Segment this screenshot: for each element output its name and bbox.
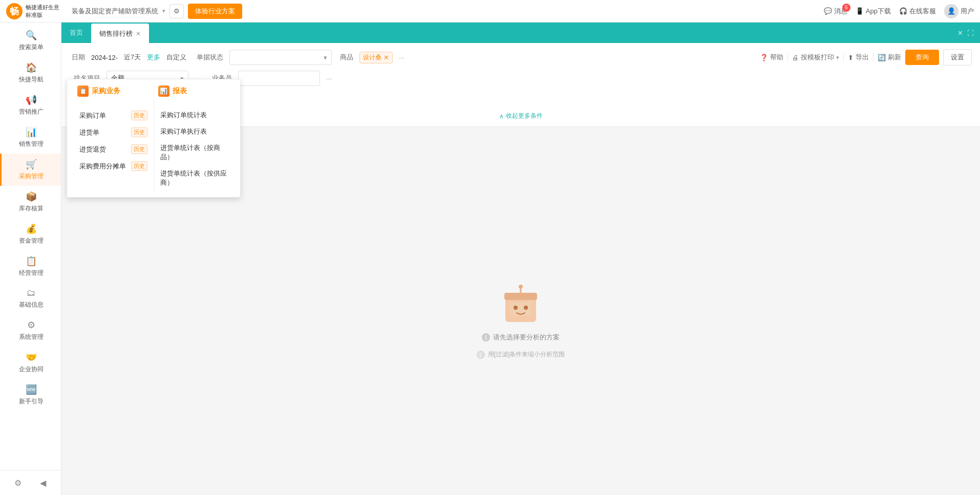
export-icon: ⬆ bbox=[848, 54, 854, 61]
menu-item-order-stat[interactable]: 采购订单统计表 bbox=[158, 107, 230, 123]
tab-home-label: 首页 bbox=[70, 28, 83, 37]
purchase-order-history: 历史 bbox=[131, 111, 147, 120]
app-label: App下载 bbox=[866, 7, 891, 16]
service-button[interactable]: 🎧 在线客服 bbox=[899, 7, 936, 16]
sidebar-label-inventory: 库存核算 bbox=[19, 204, 44, 213]
menu-item-receive[interactable]: 进货单 历史 bbox=[77, 124, 150, 141]
message-icon: 💬 bbox=[824, 7, 832, 15]
sidebar-label-enterprise: 企业协同 bbox=[19, 365, 44, 374]
user-button[interactable]: 👤 用户 bbox=[944, 4, 974, 18]
menu-item-expense[interactable]: 采购费用分摊单 历史 bbox=[77, 158, 150, 175]
report-col-icon: 📊 bbox=[158, 85, 169, 97]
tab-bar: 首页 销售排行榜 ✕ ✕ ⛶ bbox=[61, 23, 980, 43]
export-label: 导出 bbox=[856, 53, 869, 62]
toolbar-divider-2 bbox=[843, 53, 844, 62]
sidebar-item-operation[interactable]: 📋 经营管理 bbox=[0, 250, 61, 283]
print-dropdown-icon: ▾ bbox=[836, 54, 839, 61]
handshake-icon: 🤝 bbox=[26, 352, 37, 363]
goods-more-dots[interactable]: ··· bbox=[399, 54, 404, 61]
doc-status-select[interactable]: ▾ bbox=[229, 50, 332, 65]
sidebar-label-purchase: 采购管理 bbox=[19, 172, 44, 181]
sidebar-item-basic[interactable]: 🗂 基础信息 bbox=[0, 283, 61, 314]
system-title: 装备及固定资产辅助管理系统 bbox=[72, 7, 158, 16]
goods-label: 商品 bbox=[338, 53, 353, 62]
menu-item-receive-stat-goods[interactable]: 进货单统计表（按商品） bbox=[158, 140, 230, 165]
sidebar-label-basic: 基础信息 bbox=[19, 300, 44, 309]
date-more-link[interactable]: 更多 bbox=[147, 53, 160, 62]
receive-history: 历史 bbox=[131, 127, 147, 137]
sidebar-collapse-btn[interactable]: ◀ bbox=[36, 476, 50, 490]
menu-item-return[interactable]: 进货退货 历史 bbox=[77, 141, 150, 158]
sidebar-label-sales: 销售管理 bbox=[19, 140, 44, 148]
sidebar-item-enterprise[interactable]: 🤝 企业协同 bbox=[0, 347, 61, 379]
sidebar-label-finance: 资金管理 bbox=[19, 236, 44, 245]
message-button[interactable]: 💬 消息 6 bbox=[824, 7, 847, 16]
folder-icon: 🗂 bbox=[27, 288, 36, 298]
sidebar-settings-btn[interactable]: ⚙ bbox=[11, 476, 25, 490]
top-bar: 畅 畅捷通好生意标准版 装备及固定资产辅助管理系统 ▾ ⚙ 体验行业方案 💬 消… bbox=[0, 0, 980, 23]
sidebar-item-sales[interactable]: 📊 销售管理 bbox=[0, 121, 61, 154]
tab-home[interactable]: 首页 bbox=[61, 23, 91, 43]
salesperson-input[interactable] bbox=[238, 71, 320, 86]
sidebar-item-system[interactable]: ⚙ 系统管理 bbox=[0, 314, 61, 347]
sidebar-item-inventory[interactable]: 📦 库存核算 bbox=[0, 186, 61, 218]
system-title-area: 装备及固定资产辅助管理系统 ▾ ⚙ 体验行业方案 bbox=[68, 4, 824, 19]
empty-icon-wrapper bbox=[500, 284, 541, 325]
settings-button[interactable]: 设置 bbox=[943, 49, 972, 66]
top-toolbar: 日期 2024-12- 近7天 更多 自定义 单据状态 ▾ 商品 设计桑 bbox=[70, 49, 972, 71]
tab-close-icon[interactable]: ✕ bbox=[136, 30, 141, 37]
query-button[interactable]: 查询 bbox=[905, 50, 939, 65]
box-icon: 📦 bbox=[26, 191, 37, 202]
receive-label: 进货单 bbox=[79, 128, 127, 137]
empty-hint-1: 1 请先选择要分析的方案 bbox=[482, 333, 560, 342]
tab-sales-rank[interactable]: 销售排行榜 ✕ bbox=[91, 24, 149, 44]
order-exec-label: 采购订单执行表 bbox=[160, 127, 228, 136]
date-filter-label: 日期 bbox=[70, 53, 85, 62]
search-icon: 🔍 bbox=[26, 30, 37, 41]
doc-status-dropdown-icon: ▾ bbox=[324, 54, 327, 61]
sidebar-label-marketing: 营销推广 bbox=[19, 107, 44, 116]
megaphone-icon: 📢 bbox=[26, 94, 37, 105]
collapse-button[interactable]: ∧ 收起更多条件 bbox=[499, 112, 543, 120]
print-icon: 🖨 bbox=[792, 54, 799, 61]
dropdown-menu[interactable]: 📋 采购业务 采购订单 历史 进货单 历史 进货退货 历史 采购费用分摊单 历史 bbox=[67, 79, 241, 198]
refresh-icon: 🔄 bbox=[878, 54, 886, 61]
chart-icon: 📊 bbox=[26, 126, 37, 138]
title-dropdown-arrow[interactable]: ▾ bbox=[162, 8, 165, 14]
menu-item-order-exec[interactable]: 采购订单执行表 bbox=[158, 123, 230, 140]
sidebar-item-marketing[interactable]: 📢 营销推广 bbox=[0, 89, 61, 121]
sidebar-item-finance[interactable]: 💰 资金管理 bbox=[0, 218, 61, 250]
sidebar-item-purchase[interactable]: 🛒 采购管理 bbox=[0, 154, 61, 186]
help-button[interactable]: ❓ 帮助 bbox=[760, 53, 783, 62]
goods-filter-tag[interactable]: 设计桑 ✕ bbox=[359, 52, 393, 63]
sidebar-item-guide[interactable]: 🆕 新手引导 bbox=[0, 379, 61, 411]
cart-icon: 🛒 bbox=[26, 159, 37, 170]
collapse-label: 收起更多条件 bbox=[506, 112, 543, 120]
date-custom-link[interactable]: 自定义 bbox=[166, 53, 186, 62]
export-button[interactable]: ⬆ 导出 bbox=[848, 53, 869, 62]
svg-point-4 bbox=[524, 306, 528, 310]
dropdown-report-header: 📊 报表 bbox=[158, 85, 230, 101]
gear-button[interactable]: ⚙ bbox=[169, 4, 184, 18]
industry-button[interactable]: 体验行业方案 bbox=[188, 4, 242, 19]
empty-hint-2: 2 用[过滤]条件来缩小分析范围 bbox=[477, 350, 565, 359]
sidebar-item-search[interactable]: 🔍 搜索菜单 bbox=[0, 25, 61, 57]
goods-tag-close[interactable]: ✕ bbox=[384, 54, 389, 61]
sidebar-label-system: 系统管理 bbox=[19, 333, 44, 341]
return-label: 进货退货 bbox=[79, 145, 127, 154]
return-history: 历史 bbox=[131, 144, 147, 154]
date-period-7[interactable]: 近7天 bbox=[124, 53, 141, 62]
salesperson-dots[interactable]: ··· bbox=[326, 75, 332, 82]
menu-item-purchase-order[interactable]: 采购订单 历史 bbox=[77, 107, 150, 124]
print-button[interactable]: 🖨 按模板打印 ▾ bbox=[792, 53, 839, 62]
message-badge: 6 bbox=[842, 4, 850, 12]
tab-close-all-icon[interactable]: ✕ bbox=[957, 29, 963, 37]
sidebar-label-operation: 经营管理 bbox=[19, 269, 44, 277]
app-download-button[interactable]: 📱 App下载 bbox=[856, 7, 891, 16]
menu-item-receive-stat-supplier[interactable]: 进货单统计表（按供应商） bbox=[158, 165, 230, 191]
money-icon: 💰 bbox=[26, 223, 37, 234]
tab-expand-icon[interactable]: ⛶ bbox=[967, 29, 974, 37]
logo-icon: 畅 bbox=[6, 3, 23, 19]
sidebar-item-quicknav[interactable]: 🏠 快捷导航 bbox=[0, 57, 61, 89]
refresh-button[interactable]: 🔄 刷新 bbox=[878, 53, 901, 62]
